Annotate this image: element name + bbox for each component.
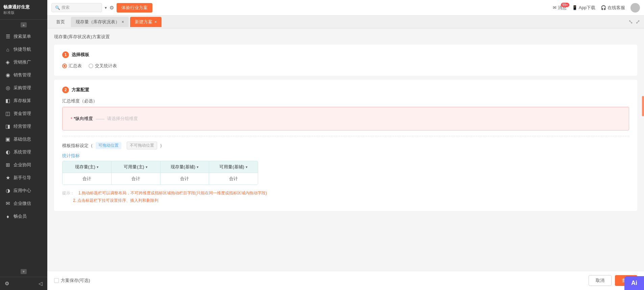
sidebar-item-appcenter[interactable]: ◑ 应用中心	[0, 184, 47, 197]
collab-icon: ⊞	[5, 162, 11, 168]
online-service-btn[interactable]: 🎧 在线客服	[601, 5, 625, 11]
sidebar-item-label: 库存核算	[14, 98, 31, 104]
finance-icon: ◫	[5, 111, 11, 117]
stats-col-1-header[interactable]: 现存量(主) ▾	[63, 161, 112, 173]
required-asterisk: *	[71, 116, 72, 121]
indicator-label-text: 模板指标设定（	[62, 143, 93, 149]
stats-col-2-data: 合计	[112, 173, 160, 185]
scroll-down-btn[interactable]: ▼	[21, 269, 27, 274]
radio-summary-label: 汇总表	[69, 63, 82, 69]
search-menu-icon: ☰	[5, 33, 11, 40]
tab-new-plan[interactable]: 新建方案 ×	[130, 17, 162, 27]
tab-inventory[interactable]: 现存量（库存状况表） ×	[71, 17, 129, 27]
sidebar-item-label: 企业协同	[14, 162, 31, 168]
sidebar-item-member[interactable]: ♦ 畅会员	[0, 210, 47, 223]
sidebar-item-newguide[interactable]: ★ 新手引导	[0, 171, 47, 184]
col2-chevron-icon[interactable]: ▾	[146, 165, 148, 169]
tab-new-plan-close-icon[interactable]: ×	[154, 20, 157, 24]
col3-label: 现存量(基辅)	[171, 164, 196, 170]
app-download-btn[interactable]: 📱 App下载	[572, 5, 595, 11]
app-download-label: App下载	[579, 5, 595, 11]
draggable-badge: 可拖动位置	[96, 142, 121, 149]
sidebar-item-label: 畅会员	[14, 213, 27, 219]
home-tab-label: 首页	[56, 19, 65, 25]
dim-section-label: 汇总维度（必选）	[62, 98, 629, 104]
save-checkbox[interactable]	[54, 278, 59, 283]
sidebar-item-purchase[interactable]: ◎ 采购管理	[0, 81, 47, 94]
stats-col-4-data: 合计	[209, 173, 258, 185]
settings-icon[interactable]: ⚙	[5, 281, 9, 287]
col1-label: 现存量(主)	[75, 164, 96, 170]
stats-col-4-header[interactable]: 可用量(基辅) ▾	[209, 161, 258, 173]
sidebar-item-label: 资金管理	[14, 111, 31, 117]
hint-line2: 2. 点击标题栏下拉可设置排序、插入列和删除列	[62, 197, 629, 204]
speaker-icon[interactable]: ◁	[39, 281, 43, 287]
content-area: 现存量(库存状况表)方案设置 1 选择模板 汇总表 交叉统计表 2	[47, 28, 644, 271]
search-box[interactable]: 🔍 搜索	[51, 3, 102, 12]
marketing-icon: ◈	[5, 59, 11, 65]
cancel-button[interactable]: 取消	[589, 275, 612, 286]
radio-crosstab[interactable]: 交叉统计表	[89, 63, 117, 69]
scroll-up-btn[interactable]: ▲	[21, 22, 27, 27]
app-name: 畅康通好生意	[3, 4, 44, 10]
stats-section-title: 统计指标	[62, 153, 629, 159]
sidebar-item-sales[interactable]: ◉ 销售管理	[0, 69, 47, 81]
app-version: 标准版	[3, 10, 44, 15]
radio-summary-circle	[62, 64, 67, 68]
sidebar-item-operations[interactable]: ◨ 经营管理	[0, 120, 47, 133]
dim-warning-box: * *纵向维度 —— 请选择分组维度	[62, 107, 629, 130]
step2-title: 方案配置	[72, 87, 89, 93]
step2-card: 2 方案配置 汇总维度（必选） * *纵向维度 —— 请选择分组维度 模板指标设…	[54, 80, 637, 211]
ai-badge[interactable]: Ai	[624, 276, 644, 290]
sidebar-item-quicknav[interactable]: ⌂ 快捷导航	[0, 43, 47, 56]
sidebar-item-finance[interactable]: ◫ 资金管理	[0, 107, 47, 120]
sidebar-item-system[interactable]: ◐ 系统管理	[0, 146, 47, 159]
stats-header-row: 现存量(主) ▾ 可用量(主) ▾ 现存量(基辅) ▾ 可用量(基辅)	[63, 161, 258, 173]
sidebar-item-label: 经营管理	[14, 123, 31, 129]
tab-home[interactable]: 首页	[51, 17, 70, 27]
home-icon: ⌂	[5, 47, 11, 52]
sidebar-item-wechat[interactable]: ✉ 企业微信	[0, 197, 47, 210]
tab-minimize-icon[interactable]: ⤡	[628, 19, 633, 25]
stats-data-row: 合计 合计 合计 合计	[63, 173, 258, 185]
system-icon: ◐	[5, 149, 11, 155]
main-area: 🔍 搜索 ▾ ⚙ 体验行业方案 ✉ 消息 99+ 📱 App下载 🎧 在线客服	[47, 0, 644, 290]
tab-inventory-close-icon[interactable]: ×	[122, 20, 124, 24]
page-title: 现存量(库存状况表)方案设置	[54, 34, 637, 40]
gear-icon[interactable]: ⚙	[109, 5, 114, 11]
sidebar-item-inventory[interactable]: ◧ 库存核算	[0, 94, 47, 107]
tab-expand-icon[interactable]: ⤢	[636, 19, 640, 25]
radio-summary[interactable]: 汇总表	[62, 63, 82, 69]
sidebar-item-label: 企业微信	[14, 200, 31, 207]
trial-btn[interactable]: 体验行业方案	[117, 3, 152, 13]
sidebar-item-search[interactable]: ☰ 搜索菜单	[0, 30, 47, 43]
message-badge: 99+	[561, 3, 569, 7]
dropdown-arrow-icon[interactable]: ▾	[105, 5, 107, 10]
sidebar-item-label: 销售管理	[14, 72, 31, 78]
sidebar-item-label: 快捷导航	[14, 46, 31, 52]
sidebar-item-basicinfo[interactable]: ▣ 基础信息	[0, 133, 47, 146]
dim-placeholder[interactable]: 请选择分组维度	[107, 116, 138, 122]
step1-header: 1 选择模板	[62, 51, 629, 58]
radio-crosstab-label: 交叉统计表	[95, 63, 117, 69]
col4-chevron-icon[interactable]: ▾	[246, 165, 248, 169]
stats-section: 统计指标 现存量(主) ▾ 可用量(主) ▾ 现存量(基辅)	[62, 153, 629, 185]
col3-chevron-icon[interactable]: ▾	[197, 165, 199, 169]
sidebar-item-collab[interactable]: ⊞ 企业协同	[0, 159, 47, 171]
col2-label: 可用量(主)	[124, 164, 144, 170]
save-option: 方案保存(可选)	[54, 277, 90, 284]
section-divider	[62, 136, 629, 136]
stats-col-3-header[interactable]: 现存量(基辅) ▾	[160, 161, 209, 173]
sidebar-item-marketing[interactable]: ◈ 营销推广	[0, 56, 47, 69]
user-avatar[interactable]	[630, 3, 640, 13]
stats-col-2-header[interactable]: 可用量(主) ▾	[112, 161, 160, 173]
message-btn[interactable]: ✉ 消息 99+	[553, 5, 567, 11]
sidebar-item-label: 基础信息	[14, 136, 31, 142]
sidebar: 畅康通好生意 标准版 ▲ ☰ 搜索菜单 ⌂ 快捷导航 ◈ 营销推广 ◉ 销售管理…	[0, 0, 47, 290]
radio-crosstab-circle	[89, 64, 93, 68]
vertical-dim-label: *纵向维度	[74, 116, 93, 122]
right-scrollbar-indicator[interactable]	[642, 96, 644, 116]
col1-chevron-icon[interactable]: ▾	[97, 165, 99, 169]
no-drag-badge: 不可拖动位置	[127, 142, 157, 149]
col4-label: 可用量(基辅)	[219, 164, 244, 170]
